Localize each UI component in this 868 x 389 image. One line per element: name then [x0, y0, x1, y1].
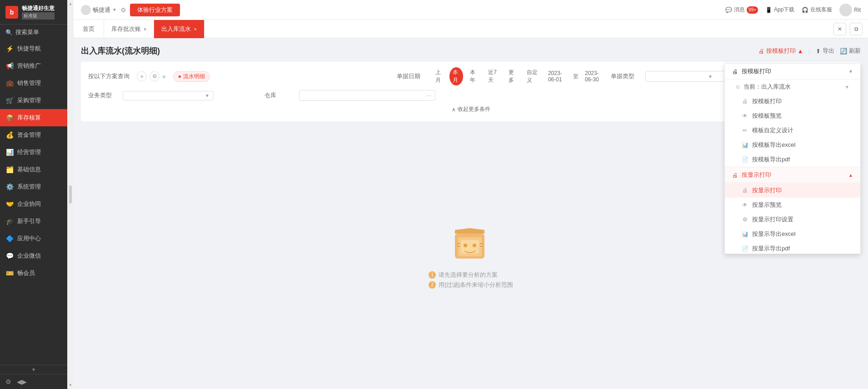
dp-template-custom[interactable]: ✏ 模板自定义设计 [725, 123, 860, 138]
main-area: 畅捷通 ▼ ⚙ 体验行业方案 💬 消息 99+ 📱 App下载 🎧 在线客服 [74, 0, 868, 389]
date-range-start: 2023-06-01 [548, 70, 567, 83]
tab-flow-detail-close[interactable]: × [194, 26, 196, 32]
empty-hints: 1 请先选择要分析的方案 2 用[过滤]条件来缩小分析范围 [429, 271, 513, 289]
filter-collapse-button[interactable]: « [162, 73, 166, 80]
sidebar-scroll-track: ▲ ▼ [67, 0, 74, 389]
date-7days[interactable]: 近7天 [484, 67, 502, 85]
apps-icon: 🔷 [5, 234, 14, 243]
dp-template-print-sub[interactable]: 🖨 按模板打印 [725, 94, 860, 109]
export-icon: ⬆ [816, 48, 821, 55]
filter-add-button[interactable]: + [137, 71, 147, 81]
collapse-sidebar-icon[interactable]: ◀▶ [17, 378, 27, 385]
sidebar-item-wechat[interactable]: 💬 企业微信 [0, 247, 67, 264]
sidebar-item-label-base: 基础信息 [17, 165, 41, 174]
action-divider: | [809, 48, 810, 55]
filter-settings-button[interactable]: ⚙ [150, 71, 160, 81]
marketing-icon: 📢 [5, 62, 14, 70]
newbie-icon: 🎓 [5, 217, 14, 225]
dp-display-print-settings[interactable]: ⚙ 按显示打印设置 [725, 212, 860, 227]
sidebar-item-operations[interactable]: 📊 经营管理 [0, 144, 67, 161]
refresh-button[interactable]: 🔄 刷新 [840, 47, 861, 55]
refresh-icon: 🔄 [840, 48, 847, 55]
sidebar-item-label-system: 系统管理 [17, 183, 41, 191]
tab-flow-detail[interactable]: 出入库流水 × [154, 20, 204, 38]
dp-template-preview[interactable]: 👁 按模板预览 [725, 109, 860, 123]
sidebar-item-sales[interactable]: 💼 销售管理 [0, 75, 67, 92]
template-print-label: 按模板打印 [766, 47, 796, 55]
export-button[interactable]: ⬆ 导出 [816, 47, 834, 55]
sidebar-item-membership[interactable]: 🎫 畅会员 [0, 264, 67, 282]
sidebar-item-label-purchase: 采购管理 [17, 96, 41, 105]
biz-type-select[interactable]: ▼ [123, 91, 214, 100]
refresh-label: 刷新 [849, 47, 861, 55]
tab-batch-ledger-close[interactable]: × [144, 26, 146, 32]
warehouse-select[interactable]: ··· [299, 90, 435, 101]
tabs-right-actions: ✕ ⧉ [828, 20, 868, 38]
warehouse-more-icon[interactable]: ··· [427, 92, 431, 99]
tab-close-btn[interactable]: ✕ [833, 23, 846, 35]
date-this-year[interactable]: 本年 [466, 67, 481, 85]
tab-home-label: 首页 [83, 25, 95, 33]
sidebar-item-label-newbie: 新手引导 [17, 217, 41, 225]
collapse-more-icon: ∧ [452, 106, 456, 113]
scroll-thumb[interactable] [69, 185, 72, 204]
active-filter-label: 流水明细 [183, 73, 205, 80]
template-print-button[interactable]: 🖨 按模板打印 ▲ [758, 47, 803, 55]
dp-template-export-excel[interactable]: 📊 按模板导出excel [725, 138, 860, 152]
sidebar-item-enterprise[interactable]: 🤝 企业协同 [0, 195, 67, 213]
scroll-up-arrow[interactable]: ▲ [69, 2, 72, 6]
svg-rect-2 [461, 240, 479, 254]
search-menu-label: 搜索菜单 [15, 28, 39, 36]
dp-template-print-header[interactable]: 🖨 按模板打印 ▼ [725, 64, 860, 80]
dp-template-export-pdf[interactable]: 📄 按模板导出pdf [725, 152, 860, 167]
sidebar-item-newbie[interactable]: 🎓 新手引导 [0, 213, 67, 230]
sidebar-item-label-marketing: 营销推广 [17, 62, 41, 70]
dp-display-export-pdf[interactable]: 📄 按显示导出pdf [725, 241, 860, 254]
sidebar-item-apps[interactable]: 🔷 应用中心 [0, 230, 67, 247]
sidebar-scroll-down[interactable]: ▼ [0, 365, 67, 374]
sidebar-item-inventory[interactable]: 📦 库存核算 [0, 109, 67, 126]
settings-bottom-icon[interactable]: ⚙ [5, 378, 11, 385]
sidebar-item-marketing[interactable]: 📢 营销推广 [0, 57, 67, 75]
sidebar-item-base[interactable]: 🗂️ 基础信息 [0, 161, 67, 178]
sidebar-item-quick-nav[interactable]: ⚡ 快捷导航 [0, 40, 67, 57]
topbar-right: 💬 消息 99+ 📱 App下载 🎧 在线客服 Rit [725, 4, 861, 16]
sidebar-item-purchase[interactable]: 🛒 采购管理 [0, 92, 67, 109]
topbar-message[interactable]: 💬 消息 99+ [725, 6, 758, 14]
dp-display-print-header[interactable]: 🖨 按显示打印 ▲ [725, 167, 860, 183]
date-custom[interactable]: 自定义 [523, 67, 542, 85]
empty-hint-2: 2 用[过滤]条件来缩小分析范围 [429, 281, 513, 289]
app-name: 畅捷通好生意 [22, 5, 55, 12]
topbar-dropdown-icon[interactable]: ▼ [112, 7, 117, 12]
topbar-customer-service[interactable]: 🎧 在线客服 [802, 6, 832, 14]
export-label: 导出 [823, 47, 834, 55]
tab-batch-ledger[interactable]: 库存批次账 × [104, 20, 154, 38]
message-badge: 99+ [747, 6, 758, 14]
topbar-user[interactable]: 畅捷通 ▼ [81, 5, 117, 15]
dp-display-export-excel[interactable]: 📊 按显示导出excel [725, 227, 860, 241]
dp-template-print-title: 🖨 按模板打印 [732, 67, 771, 75]
dp-display-preview[interactable]: 👁 按显示预览 [725, 198, 860, 212]
scroll-down-arrow[interactable]: ▼ [69, 383, 72, 387]
sidebar-item-finance[interactable]: 💰 资金管理 [0, 126, 67, 144]
date-prev-month[interactable]: 上月 [431, 67, 447, 85]
enterprise-icon: 🤝 [5, 200, 14, 208]
sidebar-item-label-inventory: 库存核算 [17, 114, 41, 122]
topbar-user-right[interactable]: Rit [839, 4, 861, 16]
tab-home[interactable]: 首页 [74, 20, 104, 38]
date-more[interactable]: 更多 [504, 67, 520, 85]
topbar-gear-icon[interactable]: ⚙ [120, 6, 126, 14]
active-filter-tag[interactable]: ● 流水明细 [173, 71, 210, 82]
trial-button[interactable]: 体验行业方案 [130, 4, 180, 16]
search-menu[interactable]: 🔍 搜索菜单 [0, 25, 67, 40]
filter-by-label: 按以下方案查询 [88, 72, 130, 80]
tab-minimize-btn[interactable]: ⧉ [850, 23, 863, 35]
message-label: 消息 [734, 6, 745, 14]
dp-display-print-sub[interactable]: 🖨 按显示打印 [725, 183, 860, 198]
hint-num-1: 1 [429, 271, 436, 279]
collapse-more-label: 收起更多条件 [458, 105, 490, 113]
sidebar-item-system[interactable]: ⚙️ 系统管理 [0, 178, 67, 195]
date-range-sep: 至 [573, 73, 579, 80]
topbar-app-download[interactable]: 📱 App下载 [765, 6, 794, 14]
date-this-month[interactable]: 本月 [449, 67, 463, 85]
